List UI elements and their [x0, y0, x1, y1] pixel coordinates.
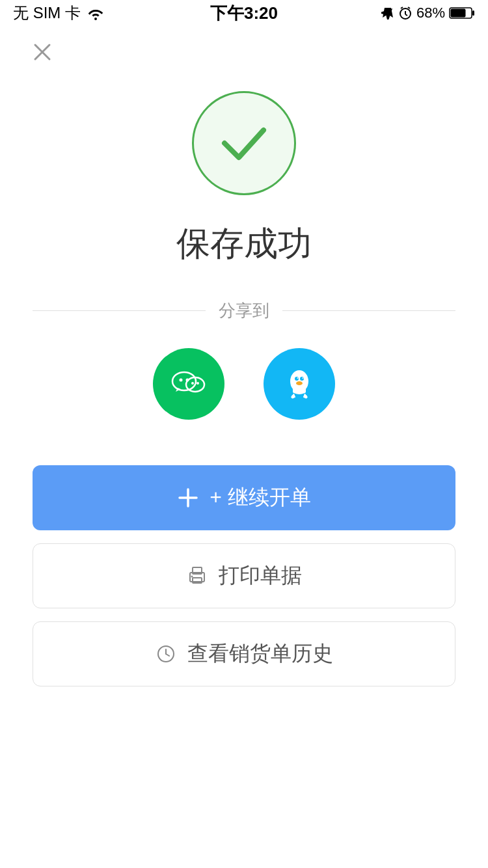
svg-point-10: [172, 372, 196, 390]
status-left: 无 SIM 卡: [13, 3, 105, 23]
qq-share-button[interactable]: [264, 348, 335, 420]
svg-line-2: [405, 14, 407, 16]
success-circle: [192, 91, 296, 195]
success-title: 保存成功: [176, 221, 312, 267]
svg-point-23: [296, 381, 303, 385]
svg-point-14: [191, 382, 194, 385]
svg-line-4: [408, 7, 410, 8]
svg-line-34: [166, 654, 169, 656]
checkmark-icon: [215, 114, 273, 172]
plus-icon: [177, 487, 199, 509]
alarm-icon: [398, 6, 413, 20]
print-icon: [186, 565, 208, 587]
print-label: 打印单据: [219, 562, 302, 590]
history-button[interactable]: 查看销货单历史: [33, 621, 455, 686]
battery-icon: [449, 7, 475, 20]
svg-point-13: [185, 378, 189, 381]
status-time: 下午3:20: [210, 2, 278, 25]
svg-line-3: [401, 7, 403, 8]
actions: + 继续开单 打印单据 查看销货单历史: [0, 465, 488, 686]
print-button[interactable]: 打印单据: [33, 543, 455, 608]
share-label: 分享到: [206, 299, 282, 322]
close-icon: [33, 42, 52, 62]
svg-point-19: [295, 377, 299, 381]
status-bar: 无 SIM 卡 下午3:20 68%: [0, 0, 488, 26]
svg-point-15: [197, 382, 199, 385]
svg-point-21: [297, 377, 298, 379]
share-icons: [153, 348, 335, 420]
battery-text: 68%: [416, 5, 445, 21]
wechat-share-button[interactable]: [153, 348, 224, 420]
svg-rect-6: [451, 9, 466, 18]
svg-rect-25: [293, 388, 306, 393]
main-content: 保存成功 分享到: [0, 26, 488, 686]
divider-line-left: [33, 310, 206, 311]
close-button[interactable]: [26, 36, 59, 68]
share-section: 分享到: [0, 299, 488, 420]
svg-point-31: [191, 576, 193, 578]
divider-line-right: [282, 310, 455, 311]
svg-point-12: [179, 378, 182, 381]
status-right: 68%: [381, 5, 475, 21]
svg-point-22: [302, 377, 303, 379]
svg-rect-7: [472, 10, 474, 16]
wechat-icon: [168, 363, 210, 405]
continue-label: + 继续开单: [210, 483, 311, 512]
qq-icon: [278, 363, 321, 405]
continue-button[interactable]: + 继续开单: [33, 465, 455, 530]
location-icon: [381, 7, 394, 20]
svg-point-20: [300, 377, 304, 381]
wifi-icon: [86, 6, 105, 20]
history-label: 查看销货单历史: [187, 640, 333, 668]
share-divider: 分享到: [0, 299, 488, 322]
history-icon: [155, 643, 177, 665]
no-sim-text: 无 SIM 卡: [13, 3, 81, 23]
